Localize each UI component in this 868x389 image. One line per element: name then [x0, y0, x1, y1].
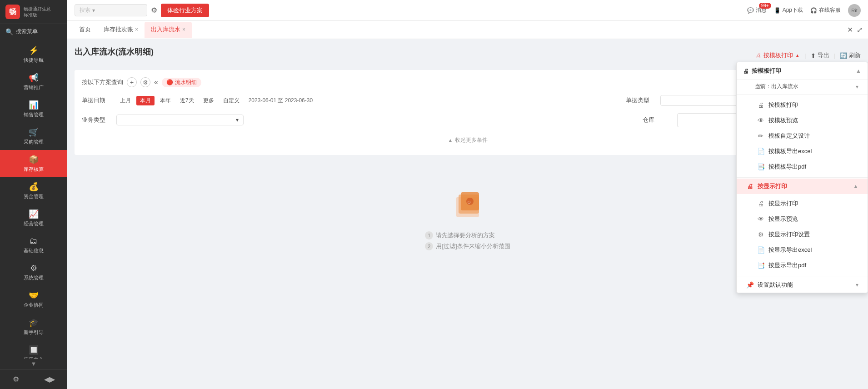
sidebar-item-guide[interactable]: 🎓 新手引导 — [0, 313, 67, 340]
date-tab-custom[interactable]: 自定义 — [219, 96, 243, 105]
window-buttons: ✕ ⤢ — [847, 25, 863, 34]
inventory-icon: 📦 — [29, 155, 39, 165]
topbar-search-box[interactable]: 搜索 ▾ — [75, 4, 147, 16]
template-preview-label: 按模板预览 — [768, 116, 798, 125]
filter-setting-button[interactable]: ⚙ — [140, 77, 150, 87]
business-type-select[interactable]: ▾ — [116, 115, 244, 125]
sidebar-item-operation[interactable]: 📈 经营管理 — [0, 204, 67, 232]
sidebar-item-finance[interactable]: 💰 资金管理 — [0, 177, 67, 204]
user-name: Rit — [851, 8, 857, 13]
sidebar-item-appstore[interactable]: 🔲 应用中心 — [0, 340, 67, 359]
template-section: 🖨 按模板打印 👁 按模板预览 ✏ 模板自定义设计 📄 按模板导出excel 📑 — [737, 95, 868, 176]
template-print-icon: 🖨 — [757, 101, 765, 109]
date-tab-current-month[interactable]: 本月 — [136, 96, 155, 105]
filter-add-button[interactable]: + — [127, 77, 137, 87]
tab-home[interactable]: 首页 — [73, 22, 97, 38]
display-export-pdf-button[interactable]: 📑 按显示导出pdf — [737, 258, 868, 273]
template-export-excel-button[interactable]: 📄 按模板导出excel — [737, 144, 868, 159]
industry-solution-button[interactable]: 体验行业方案 — [161, 4, 209, 17]
window-expand-button[interactable]: ⤢ — [857, 25, 863, 34]
topbar: 搜索 ▾ ⚙ 体验行业方案 💬 消息 99+ 📱 App下载 🎧 在线客服 Ri… — [67, 0, 868, 21]
export-button[interactable]: ⬆ 导出 — [811, 51, 829, 60]
sidebar-item-label: 新手引导 — [24, 329, 44, 336]
sidebar-footer: ⚙ ◀▶ — [0, 369, 67, 389]
tip-num-2: 2 — [425, 242, 433, 250]
appstore-icon: 🔲 — [29, 345, 39, 355]
online-service-button[interactable]: 🎧 在线客服 — [810, 6, 841, 14]
sidebar-toggle-button[interactable]: ◀▶ — [40, 373, 59, 385]
user-avatar[interactable]: Rit — [848, 4, 861, 17]
display-print-icon: 🖨 — [757, 200, 765, 207]
sidebar-item-label: 快捷导航 — [24, 57, 44, 64]
sidebar-item-label: 经营管理 — [24, 220, 44, 227]
sidebar-search[interactable]: 🔍 搜索菜单 — [0, 24, 67, 39]
sidebar-item-basic[interactable]: 🗂 基础信息 — [0, 232, 67, 259]
filter-collapse-button[interactable]: « — [154, 78, 158, 86]
sidebar-item-inventory[interactable]: 📦 库存核算 — [0, 150, 67, 177]
sidebar-item-collab[interactable]: 🤝 企业协同 — [0, 286, 67, 313]
message-badge: 99+ — [759, 3, 771, 9]
message-button[interactable]: 💬 消息 99+ — [747, 6, 767, 14]
dropdown-panel-up-arrow[interactable]: ▲ — [856, 68, 861, 74]
display-export-excel-button[interactable]: 📄 按显示导出excel — [737, 242, 868, 258]
sidebar-item-label: 库存核算 — [24, 166, 44, 173]
date-tab-last-month[interactable]: 上月 — [116, 96, 135, 105]
template-custom-design-button[interactable]: ✏ 模板自定义设计 — [737, 128, 868, 144]
sidebar-item-label: 基础信息 — [24, 247, 44, 254]
dropdown-sep-1 — [737, 94, 868, 95]
search-text: 搜索 — [80, 6, 90, 14]
dropdown-header: 🖨 按模板打印 ▲ — [737, 62, 868, 80]
template-export-pdf-button[interactable]: 📑 按模板导出pdf — [737, 159, 868, 175]
default-arrow: ▾ — [856, 282, 858, 288]
tab-home-label: 首页 — [79, 25, 91, 34]
date-tab-current-year[interactable]: 本年 — [156, 96, 175, 105]
current-arrow: ▾ — [856, 84, 858, 90]
warehouse-label: 仓库 — [643, 116, 670, 124]
export-icon: ⬆ — [811, 52, 816, 59]
dropdown-title: 🖨 按模板打印 — [743, 67, 781, 75]
toolbar: 🖨 按模板打印 ▲ | ⬆ 导出 | 🔄 刷新 — [756, 51, 861, 60]
tab-inout-flow[interactable]: 出入库流水 × — [145, 22, 192, 38]
set-default-function-button[interactable]: 📌 设置默认功能 ▾ — [737, 277, 868, 293]
sidebar-item-purchase[interactable]: 🛒 采购管理 — [0, 123, 67, 150]
export-label: 导出 — [818, 51, 829, 60]
topbar-left: 搜索 ▾ ⚙ 体验行业方案 — [75, 4, 747, 17]
date-tab-more[interactable]: 更多 — [200, 96, 218, 105]
dropdown-icon: ▾ — [92, 7, 95, 14]
sidebar-scroll-down[interactable]: ▼ — [0, 359, 67, 369]
topbar-right: 💬 消息 99+ 📱 App下载 🎧 在线客服 Rit — [747, 4, 861, 17]
sidebar-settings-button[interactable]: ⚙ — [9, 373, 23, 385]
toolbar-sep2: | — [834, 52, 835, 59]
sidebar-menu: ⚡ 快捷导航 📢 营销推广 📊 销售管理 🛒 采购管理 📦 库存核算 💰 资金管… — [0, 39, 67, 359]
refresh-button[interactable]: 🔄 刷新 — [840, 51, 861, 60]
tab-inout-flow-close[interactable]: × — [182, 26, 185, 33]
window-close-button[interactable]: ✕ — [847, 25, 853, 34]
display-settings-button[interactable]: ⚙ 按显示打印设置 — [737, 227, 868, 242]
sidebar-logo: 畅 畅捷通好生意 标准版 — [0, 0, 67, 24]
app-download-button[interactable]: 📱 App下载 — [774, 6, 803, 14]
template-preview-icon: 👁 — [757, 117, 765, 124]
date-tab-last-7-days[interactable]: 近7天 — [176, 96, 198, 105]
filter-tag-label: 流水明细 — [175, 79, 197, 86]
display-pdf-icon: 📑 — [757, 262, 765, 269]
template-preview-button[interactable]: 👁 按模板预览 — [737, 113, 868, 128]
main-area: 搜索 ▾ ⚙ 体验行业方案 💬 消息 99+ 📱 App下载 🎧 在线客服 Ri… — [67, 0, 868, 389]
print-template-button[interactable]: 🖨 按模板打印 ▲ — [756, 51, 800, 60]
display-preview-button[interactable]: 👁 按显示预览 — [737, 211, 868, 227]
sidebar-item-marketing[interactable]: 📢 营销推广 — [0, 68, 67, 95]
filter-header-label: 按以下方案查询 — [82, 78, 123, 86]
topbar-gear-icon[interactable]: ⚙ — [151, 6, 157, 15]
sidebar-item-quick-nav[interactable]: ⚡ 快捷导航 — [0, 41, 67, 68]
display-section-header[interactable]: 🖨 按显示打印 ▲ — [737, 179, 868, 194]
filter-active-tag[interactable]: 🔴 流水明细 — [162, 78, 201, 87]
collapse-more-label: 收起更多条件 — [455, 136, 488, 144]
tab-batch-account-close[interactable]: × — [135, 26, 138, 33]
tab-batch-account[interactable]: 库存批次账 × — [97, 22, 145, 38]
display-preview-icon: 👁 — [757, 215, 765, 223]
display-print-button[interactable]: 🖨 按显示打印 — [737, 196, 868, 211]
sidebar-item-sales[interactable]: 📊 销售管理 — [0, 95, 67, 123]
operation-icon: 📈 — [29, 209, 39, 219]
template-print-button[interactable]: 🖨 按模板打印 — [737, 97, 868, 113]
sidebar-item-system[interactable]: ⚙ 系统管理 — [0, 259, 67, 286]
display-section: 🖨 按显示打印 👁 按显示预览 ⚙ 按显示打印设置 📄 按显示导出excel 📑 — [737, 194, 868, 275]
